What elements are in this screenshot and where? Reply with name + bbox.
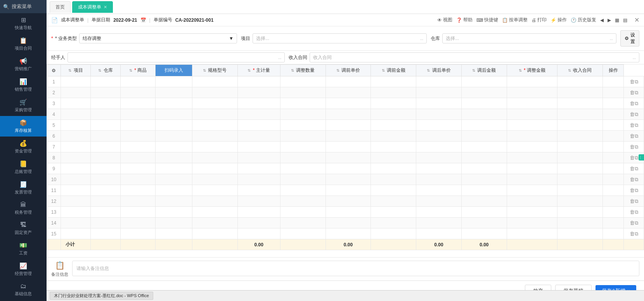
table-cell[interactable] [602, 131, 624, 142]
sidebar-item-base-info[interactable]: 🗂 基础信息 [0, 280, 47, 300]
table-cell[interactable] [461, 174, 507, 185]
table-cell[interactable] [237, 109, 280, 120]
copy-row-icon[interactable]: ⧉ [635, 209, 638, 215]
income-contract-input[interactable]: 收入合同 ... [310, 52, 639, 62]
table-cell[interactable] [416, 196, 462, 207]
sidebar-item-payroll[interactable]: 💵 工资 [0, 239, 47, 259]
table-cell[interactable] [192, 185, 237, 196]
table-cell[interactable] [90, 207, 120, 218]
table-cell[interactable] [602, 152, 624, 163]
table-cell[interactable] [90, 218, 120, 228]
table-cell[interactable] [237, 152, 280, 163]
table-cell[interactable] [280, 207, 325, 218]
delete-row-icon[interactable]: 🗑 [630, 144, 635, 150]
copy-row-icon[interactable]: ⧉ [635, 90, 638, 95]
table-cell[interactable] [237, 228, 280, 239]
table-cell[interactable] [192, 207, 237, 218]
handler-dots[interactable]: ... [278, 55, 281, 60]
copy-row-icon[interactable]: ⧉ [635, 79, 638, 85]
sidebar-item-invoice[interactable]: 🧾 发票管理 [0, 178, 47, 198]
table-cell[interactable] [237, 218, 280, 228]
table-cell[interactable] [416, 163, 462, 174]
table-cell[interactable] [156, 207, 192, 218]
table-cell[interactable] [192, 142, 237, 152]
sidebar-item-fixed-assets[interactable]: 🏗 固定资产 [0, 218, 47, 239]
table-cell[interactable] [507, 76, 557, 87]
table-cell[interactable] [280, 120, 325, 131]
table-cell[interactable] [90, 76, 120, 87]
delete-row-icon[interactable]: 🗑 [630, 111, 635, 117]
sort-icon[interactable]: ⇅ [98, 68, 101, 73]
table-cell[interactable] [237, 87, 280, 98]
table-cell[interactable] [237, 163, 280, 174]
copy-row-icon[interactable]: ⧉ [635, 155, 638, 161]
sort-icon[interactable]: ⇅ [519, 68, 522, 73]
table-cell[interactable] [90, 196, 120, 207]
table-cell[interactable] [557, 218, 602, 228]
copy-row-icon[interactable]: ⧉ [635, 220, 638, 226]
table-cell[interactable] [371, 196, 416, 207]
table-cell[interactable] [192, 218, 237, 228]
table-cell[interactable] [120, 185, 155, 196]
table-cell[interactable] [237, 120, 280, 131]
warehouse-dots[interactable]: ... [610, 36, 613, 41]
table-cell[interactable] [280, 76, 325, 87]
table-cell[interactable] [90, 185, 120, 196]
table-cell[interactable] [371, 228, 416, 239]
sidebar-item-ledger[interactable]: 📒 总账管理 [0, 157, 47, 178]
table-cell[interactable] [507, 185, 557, 196]
table-cell[interactable] [120, 196, 155, 207]
sort-icon[interactable]: ⇅ [129, 68, 132, 73]
table-cell[interactable] [120, 131, 155, 142]
table-cell[interactable] [120, 163, 155, 174]
delete-row-icon[interactable]: 🗑 [630, 122, 635, 128]
table-cell[interactable] [192, 120, 237, 131]
copy-row-icon[interactable]: ⧉ [635, 198, 638, 204]
table-cell[interactable] [192, 196, 237, 207]
copy-row-icon[interactable]: ⧉ [635, 100, 638, 106]
table-cell[interactable] [602, 196, 624, 207]
table-cell[interactable] [280, 228, 325, 239]
table-cell[interactable] [90, 131, 120, 142]
table-cell[interactable] [90, 163, 120, 174]
table-cell[interactable] [156, 142, 192, 152]
table-cell[interactable] [120, 218, 155, 228]
col-header-settings[interactable]: ⚙ [47, 65, 61, 76]
table-cell[interactable] [156, 120, 192, 131]
delete-row-icon[interactable]: 🗑 [630, 133, 635, 139]
copy-row-icon[interactable]: ⧉ [635, 176, 638, 182]
table-cell[interactable] [237, 142, 280, 152]
table-cell[interactable] [325, 142, 371, 152]
view-grid1-btn[interactable]: ▦ [615, 17, 619, 23]
table-cell[interactable] [602, 163, 624, 174]
table-cell[interactable] [507, 131, 557, 142]
table-cell[interactable] [120, 152, 155, 163]
tab-close-icon[interactable]: ✕ [104, 5, 107, 10]
sort-icon[interactable]: ⇅ [568, 68, 571, 73]
table-cell[interactable] [602, 109, 624, 120]
table-cell[interactable] [325, 120, 371, 131]
table-cell[interactable] [602, 120, 624, 131]
sidebar-item-sales-mgmt[interactable]: 📊 销售管理 [0, 75, 47, 95]
table-cell[interactable] [461, 142, 507, 152]
table-cell[interactable] [371, 76, 416, 87]
table-cell[interactable] [192, 163, 237, 174]
table-cell[interactable] [156, 131, 192, 142]
table-cell[interactable] [325, 163, 371, 174]
table-cell[interactable] [371, 109, 416, 120]
table-cell[interactable] [192, 152, 237, 163]
sidebar-item-fund[interactable]: 💰 资金管理 [0, 137, 47, 157]
table-cell[interactable] [557, 185, 602, 196]
table-cell[interactable] [280, 163, 325, 174]
table-cell[interactable] [602, 185, 624, 196]
table-cell[interactable] [90, 87, 120, 98]
table-cell[interactable] [280, 196, 325, 207]
delete-row-icon[interactable]: 🗑 [630, 155, 635, 161]
table-cell[interactable] [602, 207, 624, 218]
table-cell[interactable] [192, 76, 237, 87]
table-cell[interactable] [237, 131, 280, 142]
table-cell[interactable] [120, 87, 155, 98]
table-cell[interactable] [416, 76, 462, 87]
table-cell[interactable] [90, 228, 120, 239]
table-cell[interactable] [280, 174, 325, 185]
